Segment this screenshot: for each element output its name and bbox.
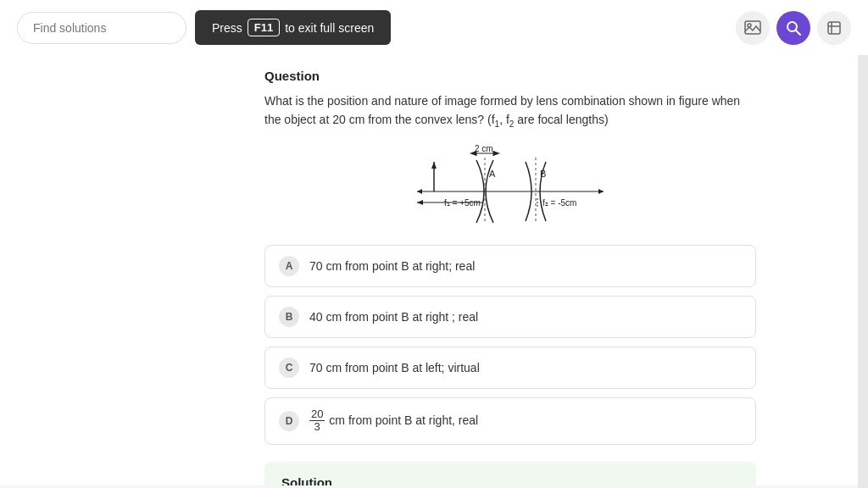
option-c-circle: C: [279, 358, 299, 378]
option-c-text: 70 cm from point B at left; virtual: [309, 361, 480, 374]
svg-text:f₂ = -5cm: f₂ = -5cm: [542, 198, 576, 208]
scrollbar[interactable]: [858, 0, 868, 488]
search-input[interactable]: [17, 12, 186, 44]
option-a-circle: A: [279, 256, 299, 276]
option-c[interactable]: C 70 cm from point B at left; virtual: [264, 347, 756, 389]
option-a[interactable]: A 70 cm from point B at right; real: [264, 245, 756, 287]
f11-prefix: Press: [212, 21, 242, 35]
topbar: Press F11 to exit full screen: [0, 0, 868, 55]
option-d-text: 20 3 cm from point B at right, real: [309, 408, 478, 434]
option-d[interactable]: D 20 3 cm from point B at right, real: [264, 397, 756, 445]
svg-text:B: B: [540, 169, 546, 179]
svg-marker-18: [493, 151, 500, 156]
svg-rect-4: [828, 22, 840, 34]
svg-line-3: [796, 30, 800, 35]
svg-marker-9: [598, 189, 604, 194]
lens-diagram: A 2 cm B f₁ = +5cm: [264, 145, 756, 230]
option-d-circle: D: [279, 411, 299, 431]
main-content: Question What is the position and nature…: [0, 55, 868, 485]
option-b-text: 40 cm from point B at right ; real: [309, 310, 478, 324]
svg-text:2 cm: 2 cm: [475, 145, 493, 153]
f11-key: F11: [248, 19, 280, 36]
topbar-icons: [736, 11, 851, 45]
svg-rect-0: [745, 21, 760, 34]
diagram-svg: A 2 cm B f₁ = +5cm: [400, 145, 620, 230]
option-b-circle: B: [279, 307, 299, 327]
option-a-text: 70 cm from point B at right; real: [309, 259, 475, 273]
bookmark-icon: [826, 20, 842, 36]
svg-marker-11: [431, 162, 437, 169]
search-button[interactable]: [776, 11, 810, 45]
solution-label: Solution: [281, 475, 739, 485]
fraction-20-3: 20 3: [309, 408, 325, 434]
svg-text:A: A: [489, 169, 496, 179]
option-b[interactable]: B 40 cm from point B at right ; real: [264, 296, 756, 338]
image-icon: [744, 20, 761, 36]
svg-marker-24: [417, 200, 423, 205]
option-d-suffix: cm from point B at right, real: [329, 413, 478, 427]
question-label: Question: [264, 69, 756, 83]
search-icon: [786, 20, 801, 36]
question-text: What is the position and nature of image…: [264, 92, 756, 131]
bookmark-button[interactable]: [817, 11, 851, 45]
f11-suffix: to exit full screen: [285, 21, 374, 35]
solution-box: Solution The correct option is A 70 cm f…: [264, 462, 756, 485]
f11-banner: Press F11 to exit full screen: [195, 10, 391, 45]
question-text-main: What is the position and nature of image…: [264, 94, 740, 126]
options-list: A 70 cm from point B at right; real B 40…: [264, 245, 756, 445]
svg-marker-8: [417, 189, 422, 194]
image-icon-button[interactable]: [736, 11, 770, 45]
